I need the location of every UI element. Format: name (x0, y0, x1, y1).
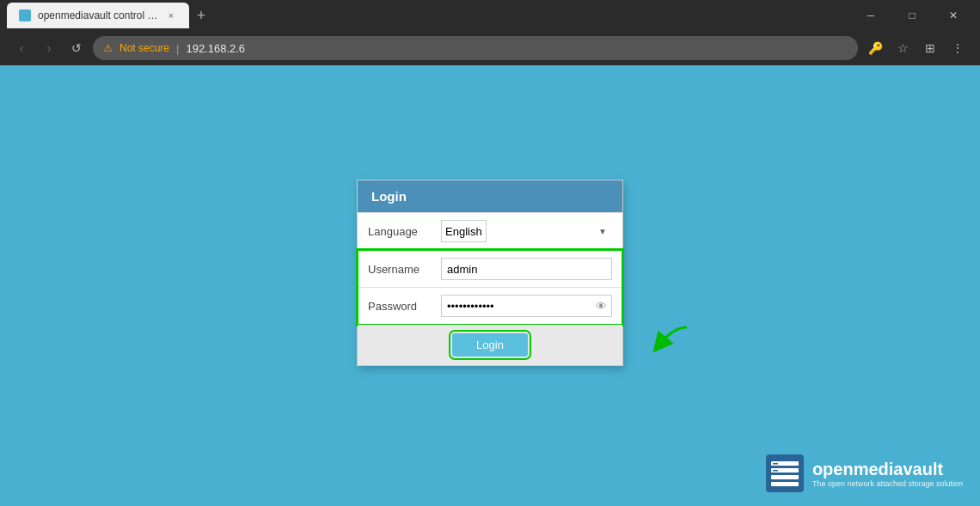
svg-rect-6 (773, 470, 778, 472)
credentials-group: Username Password 👁 (358, 250, 622, 325)
tab-favicon (19, 9, 31, 21)
login-button[interactable]: Login (452, 333, 528, 357)
omv-logo (766, 454, 804, 492)
password-row: Password 👁 (358, 288, 622, 325)
key-button[interactable]: 🔑 (863, 36, 887, 60)
not-secure-icon: ⚠ (103, 42, 113, 54)
close-button[interactable]: ✕ (934, 0, 973, 31)
browser-tab[interactable]: openmediavault control panel - × (7, 3, 189, 28)
language-select[interactable]: English (441, 220, 487, 242)
nav-bar: ‹ › ↺ ⚠ Not secure | 192.168.2.6 🔑 ☆ ⊞ ⋮ (0, 31, 980, 65)
select-arrow-icon: ▼ (598, 227, 607, 236)
title-bar: openmediavault control panel - × + ─ □ ✕ (0, 0, 980, 31)
minimize-button[interactable]: ─ (851, 0, 891, 31)
toggle-password-icon[interactable]: 👁 (596, 300, 607, 313)
arrow-annotation (614, 319, 691, 362)
svg-rect-4 (771, 482, 799, 486)
reload-button[interactable]: ↺ (65, 37, 88, 59)
nav-actions: 🔑 ☆ ⊞ ⋮ (863, 36, 970, 60)
tab-close-btn[interactable]: × (165, 9, 177, 21)
omv-tagline: The open network attached storage soluti… (812, 479, 963, 488)
language-select-wrapper: English ▼ (441, 220, 612, 242)
language-label: Language (368, 225, 441, 238)
menu-button[interactable]: ⋮ (946, 36, 970, 60)
bookmark-button[interactable]: ☆ (891, 36, 915, 60)
browser-chrome: openmediavault control panel - × + ─ □ ✕… (0, 0, 980, 65)
new-tab-button[interactable]: + (189, 3, 213, 27)
address-separator: | (176, 42, 179, 55)
omv-text-block: openmediavault The open network attached… (812, 460, 963, 488)
address-bar[interactable]: ⚠ Not secure | 192.168.2.6 (93, 36, 858, 60)
password-wrapper: 👁 (441, 295, 612, 317)
login-header: Login (358, 180, 622, 212)
maximize-button[interactable]: □ (892, 0, 932, 31)
login-footer: Login (358, 325, 622, 365)
password-label: Password (368, 300, 441, 313)
extensions-button[interactable]: ⊞ (918, 36, 942, 60)
forward-button[interactable]: › (38, 37, 60, 59)
username-input[interactable] (441, 258, 612, 280)
not-secure-label: Not secure (119, 42, 169, 54)
back-button[interactable]: ‹ (10, 37, 33, 59)
password-input[interactable] (441, 295, 612, 317)
omv-branding: openmediavault The open network attached… (766, 454, 963, 492)
svg-rect-3 (771, 475, 799, 479)
svg-rect-0 (766, 454, 804, 492)
tab-title: openmediavault control panel - (38, 9, 158, 21)
username-label: Username (368, 263, 441, 276)
page-content: Login Language English ▼ Username (0, 65, 980, 506)
window-controls: ─ □ ✕ (851, 0, 973, 31)
address-text: 192.168.2.6 (186, 42, 245, 55)
login-title: Login (371, 189, 407, 204)
language-row: Language English ▼ (358, 212, 622, 250)
login-container: Login Language English ▼ Username (357, 180, 623, 366)
username-row: Username (358, 250, 622, 288)
login-body: Language English ▼ Username Password (358, 212, 622, 325)
svg-rect-5 (773, 463, 778, 465)
omv-name: openmediavault (812, 460, 963, 479)
